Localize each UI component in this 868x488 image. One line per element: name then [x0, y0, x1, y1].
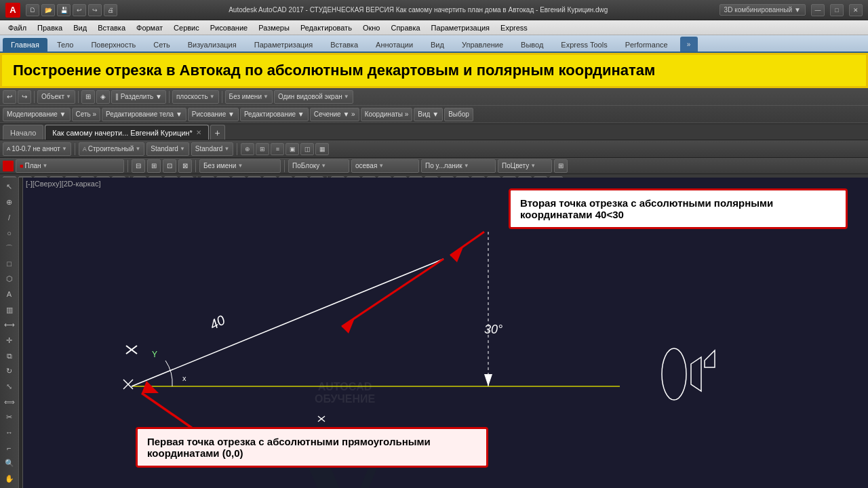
dd-plotstyle[interactable]: ПоЦвету ▼ — [498, 159, 552, 173]
menu-insert[interactable]: Вставка — [92, 22, 131, 33]
dd-view2[interactable]: Вид ▼ — [414, 108, 443, 121]
dd-section[interactable]: Сечение ▼ » — [310, 108, 359, 121]
dd-body-edit[interactable]: Редактирование тела ▼ — [102, 108, 186, 121]
tab-express-tools[interactable]: Express Tools — [553, 38, 615, 52]
menu-modify[interactable]: Редактировать — [295, 22, 357, 33]
tab-surface[interactable]: Поверхность — [83, 38, 144, 52]
btn-align[interactable]: ⊟ — [132, 159, 145, 173]
btn-tool5[interactable]: ◫ — [300, 143, 314, 155]
menu-parametrize[interactable]: Параметризация — [426, 22, 495, 33]
dd-vp-name[interactable]: Без имени ▼ — [199, 159, 281, 173]
tool-mirror[interactable]: ⟺ — [2, 394, 17, 409]
tool-text[interactable]: A — [2, 287, 17, 302]
btn-scale[interactable]: ⊞ — [147, 159, 161, 173]
dd-linetype[interactable]: осевая ▼ — [351, 159, 419, 173]
layer-icon[interactable] — [3, 161, 14, 171]
undo-button[interactable]: ↩ — [73, 4, 86, 16]
tab-home[interactable]: Главная — [3, 38, 47, 52]
tool-pan[interactable]: ✋ — [2, 471, 17, 486]
minimize-button[interactable]: — — [811, 4, 825, 16]
dd-layer[interactable]: ■ План ▼ — [16, 159, 124, 173]
tool-move[interactable]: ✛ — [2, 333, 17, 348]
dd-dimstyle[interactable]: Standard ▼ — [146, 142, 189, 156]
dd-modeling2[interactable]: Моделирование ▼ — [3, 108, 71, 121]
redo-button[interactable]: ↪ — [88, 4, 102, 16]
btn-view1[interactable]: ⊞ — [81, 90, 95, 104]
btn-redo[interactable]: ↪ — [18, 90, 31, 104]
dd-viewport[interactable]: Один видовой экран ▼ — [274, 90, 353, 104]
tool-hatch[interactable]: ▥ — [2, 302, 17, 317]
maximize-button[interactable]: □ — [830, 4, 844, 16]
dd-edit[interactable]: Редактирование ▼ — [240, 108, 309, 121]
open-button[interactable]: 📂 — [41, 4, 55, 16]
dd-noname[interactable]: Без имени ▼ — [225, 90, 273, 104]
tab-solid[interactable]: Тело — [49, 38, 82, 52]
menu-draw[interactable]: Рисование — [205, 22, 253, 33]
btn-tool2[interactable]: ⊞ — [256, 143, 269, 155]
close-tab-icon[interactable]: ✕ — [196, 129, 201, 136]
tab-mesh[interactable]: Сеть — [145, 38, 178, 52]
btn-tool6[interactable]: ▦ — [315, 143, 329, 155]
tool-arc[interactable]: ⌒ — [2, 241, 17, 256]
tool-zoom[interactable]: 🔍 — [2, 456, 17, 471]
tool-trim[interactable]: ✂ — [2, 410, 17, 425]
tool-select[interactable]: ↖ — [2, 180, 17, 195]
menu-format[interactable]: Формат — [131, 22, 168, 33]
dd-tablestyle[interactable]: Standard ▼ — [191, 142, 234, 156]
btn-anno-layer[interactable]: A 10-0.7 не аннот ▼ — [3, 142, 71, 156]
tab-parametrize[interactable]: Параметризация — [246, 38, 321, 52]
tab-drawing[interactable]: Как самому начерти... Евгений Курицин* ✕ — [45, 125, 208, 140]
btn-tool4[interactable]: ▣ — [285, 143, 299, 155]
menu-service[interactable]: Сервис — [168, 22, 205, 33]
dd-plane[interactable]: плоскость ▼ — [172, 90, 219, 104]
dd-lineweight[interactable]: По у...ланик ▼ — [421, 159, 496, 173]
tab-visualize[interactable]: Визуализация — [180, 38, 245, 52]
tool-fillet[interactable]: ⌐ — [2, 441, 17, 455]
btn-mesh[interactable]: Сеть » — [72, 108, 101, 121]
close-button[interactable]: ✕ — [849, 4, 863, 16]
btn-extra[interactable]: ⊞ — [554, 159, 568, 173]
tool-copy[interactable]: ⧉ — [2, 348, 17, 363]
dd-color[interactable]: ПоБлоку ▼ — [288, 159, 349, 173]
tab-manage[interactable]: Управление — [454, 38, 511, 52]
btn-undo[interactable]: ↩ — [3, 90, 16, 104]
save-button[interactable]: 💾 — [57, 4, 71, 16]
tab-annotations[interactable]: Аннотации — [368, 38, 421, 52]
tab-performance[interactable]: Performance — [617, 38, 676, 52]
tool-line[interactable]: / — [2, 210, 17, 225]
new-tab-button[interactable]: + — [210, 125, 225, 140]
tool-dim[interactable]: ⟷ — [2, 318, 17, 333]
menu-window[interactable]: Окно — [357, 22, 386, 33]
btn-select[interactable]: Выбор — [444, 108, 473, 121]
btn-snap[interactable]: ⊡ — [163, 159, 176, 173]
tab-insert[interactable]: Вставка — [322, 38, 366, 52]
menu-help[interactable]: Справка — [385, 22, 425, 33]
dd-draw[interactable]: Рисование ▼ — [188, 108, 239, 121]
menu-express[interactable]: Express — [495, 22, 533, 33]
tool-extend[interactable]: ↔ — [2, 426, 17, 441]
tab-start[interactable]: Начало — [3, 125, 43, 140]
tool-pick[interactable]: ⊕ — [2, 195, 17, 210]
menu-edit[interactable]: Правка — [32, 22, 68, 33]
print-button[interactable]: 🖨 — [104, 4, 117, 16]
btn-view2[interactable]: ◈ — [96, 90, 110, 104]
tab-output[interactable]: Вывод — [513, 38, 551, 52]
btn-tool3[interactable]: ≡ — [271, 143, 284, 155]
btn-ortho[interactable]: ⊠ — [178, 159, 192, 173]
tab-view[interactable]: Вид — [422, 38, 452, 52]
dd-modeling[interactable]: Объект ▼ — [37, 90, 75, 104]
dd-textstyle[interactable]: A Строительный ▼ — [79, 142, 145, 156]
tool-rect[interactable]: □ — [2, 256, 17, 271]
new-button[interactable]: 🗋 — [26, 4, 39, 16]
btn-split[interactable]: ‖ Разделить ▼ — [111, 90, 166, 104]
tool-scale[interactable]: ⤡ — [2, 380, 17, 394]
dd-coords[interactable]: Координаты » — [361, 108, 413, 121]
menu-dimensions[interactable]: Размеры — [253, 22, 295, 33]
menu-file[interactable]: Файл — [3, 22, 32, 33]
tool-poly[interactable]: ⬡ — [2, 272, 17, 287]
more-tabs-button[interactable]: » — [680, 37, 698, 52]
workspace-selector[interactable]: 3D комбинированный ▼ — [719, 4, 806, 16]
menu-view[interactable]: Вид — [68, 22, 92, 33]
btn-tool1[interactable]: ⊕ — [241, 143, 254, 155]
tool-rotate[interactable]: ↻ — [2, 364, 17, 379]
